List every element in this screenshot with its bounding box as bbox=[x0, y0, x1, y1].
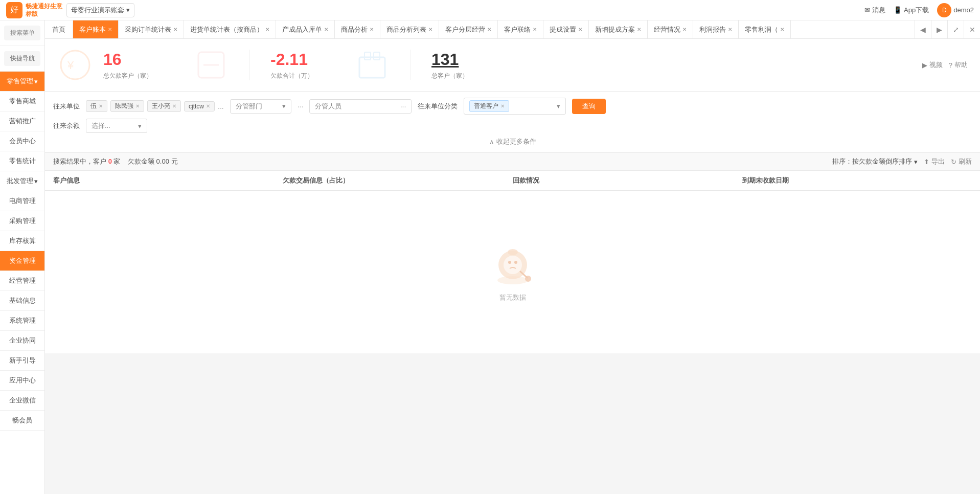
refresh-btn[interactable]: ↻ 刷新 bbox=[951, 157, 972, 166]
message-btn[interactable]: ✉ 消息 bbox=[864, 6, 885, 15]
store-selector[interactable]: 母婴行业演示账套 ▾ bbox=[66, 3, 134, 17]
sort-select[interactable]: 排序：按欠款金额倒序排序 ▾ bbox=[832, 157, 918, 166]
tab-close-icon[interactable]: ✕ bbox=[682, 27, 687, 32]
tab-purchase-order-stats[interactable]: 采购订单统计表 ✕ bbox=[119, 20, 184, 39]
stats-icon-3 bbox=[354, 47, 390, 83]
collapse-filter-btn[interactable]: ∧ 收起更多条件 bbox=[53, 137, 972, 146]
sidebar-item-basic-info[interactable]: 基础信息 bbox=[0, 291, 44, 311]
tab-operations-status[interactable]: 经营情况 ✕ bbox=[648, 20, 693, 39]
user-avatar-area[interactable]: D demo2 bbox=[937, 3, 974, 17]
help-btn[interactable]: ? 帮助 bbox=[949, 60, 968, 70]
unit-category-label: 往来单位分类 bbox=[418, 102, 458, 111]
results-bar: 搜索结果中，客户 0 家 欠款金额 0.00 元 排序：按欠款金额倒序排序 ▾ … bbox=[45, 153, 980, 171]
tab-close-all-btn[interactable]: ✕ bbox=[964, 20, 980, 39]
quick-nav-button[interactable]: 快捷导航 bbox=[4, 51, 40, 66]
tab-customer-contact[interactable]: 客户联络 ✕ bbox=[498, 20, 543, 39]
sidebar-item-newbie-guide[interactable]: 新手引导 bbox=[0, 351, 44, 371]
page-content: ¥ 16 总欠款客户（家） -2.11 欠款合计（万） bbox=[45, 39, 980, 494]
export-btn[interactable]: ⬆ 导出 bbox=[924, 157, 945, 166]
tab-close-icon[interactable]: ✕ bbox=[370, 27, 374, 32]
sidebar-item-system-mgmt[interactable]: 系统管理 bbox=[0, 311, 44, 331]
stat-total-credit-customers: 16 总欠款客户（家） bbox=[103, 50, 173, 80]
tab-profit-report[interactable]: 利润报告 ✕ bbox=[693, 20, 739, 39]
tab-close-icon[interactable]: ✕ bbox=[108, 27, 112, 32]
tab-product-analysis[interactable]: 商品分析 ✕ bbox=[335, 20, 380, 39]
tab-product-inbound[interactable]: 产成品入库单 ✕ bbox=[276, 20, 335, 39]
sidebar-item-retail-mgmt[interactable]: 零售管理 ▾ bbox=[0, 72, 44, 92]
sidebar-item-batch-mgmt[interactable]: 批发管理 ▾ bbox=[0, 171, 44, 191]
tab-close-icon[interactable]: ✕ bbox=[637, 27, 641, 32]
balance-select[interactable]: 选择... ▾ bbox=[86, 119, 147, 133]
tab-close-icon[interactable]: ✕ bbox=[578, 27, 582, 32]
sidebar-item-enterprise-wechat[interactable]: 企业微信 bbox=[0, 391, 44, 411]
svg-point-11 bbox=[514, 261, 517, 264]
tab-scroll-right-btn[interactable]: ▶ bbox=[931, 20, 947, 39]
unit-category-select[interactable]: 普通客户 ✕ ▾ bbox=[464, 98, 566, 115]
tag-close-icon[interactable]: ✕ bbox=[135, 103, 140, 109]
filter-tag-cjttcw[interactable]: cjttcw ✕ bbox=[184, 101, 215, 111]
filter-row-1: 往来单位 伍 ✕ 陈民强 ✕ 王小亮 ✕ bbox=[53, 98, 972, 115]
chevron-down-icon: ▾ bbox=[914, 158, 918, 166]
tag-close-icon[interactable]: ✕ bbox=[500, 103, 505, 109]
sidebar-item-inventory[interactable]: 库存核算 bbox=[0, 231, 44, 251]
tag-close-icon[interactable]: ✕ bbox=[172, 103, 176, 109]
svg-text:¥: ¥ bbox=[67, 59, 74, 72]
tab-close-icon[interactable]: ✕ bbox=[487, 27, 491, 32]
query-button[interactable]: 查询 bbox=[572, 99, 606, 114]
tab-new-commission[interactable]: 新增提成方案 ✕ bbox=[589, 20, 648, 39]
tab-close-icon[interactable]: ✕ bbox=[533, 27, 537, 32]
video-btn[interactable]: ▶ 视频 bbox=[922, 60, 943, 70]
search-menu-button[interactable]: 搜索菜单 bbox=[4, 26, 40, 40]
sidebar-item-operations[interactable]: 经营管理 bbox=[0, 271, 44, 291]
dept-clear-icon[interactable]: ··· bbox=[298, 102, 304, 110]
tab-inbound-stats[interactable]: 进货单统计表（按商品） ✕ bbox=[184, 20, 276, 39]
tab-close-icon[interactable]: ✕ bbox=[728, 27, 732, 32]
filter-area: 往来单位 伍 ✕ 陈民强 ✕ 王小亮 ✕ bbox=[45, 92, 980, 153]
dept-filter-select[interactable]: 分管部门 ▾ bbox=[230, 99, 291, 114]
sidebar-item-member-center[interactable]: 会员中心 bbox=[0, 131, 44, 151]
sidebar-item-ecommerce[interactable]: 电商管理 bbox=[0, 191, 44, 211]
person-clear-icon[interactable]: ··· bbox=[400, 102, 406, 110]
sidebar-item-enterprise-coop[interactable]: 企业协同 bbox=[0, 331, 44, 351]
sidebar-item-app-center[interactable]: 应用中心 bbox=[0, 371, 44, 391]
category-tag-normal[interactable]: 普通客户 ✕ bbox=[469, 100, 509, 112]
tab-product-analysis-list[interactable]: 商品分析列表 ✕ bbox=[380, 20, 439, 39]
tab-customer-segment[interactable]: 客户分层经营 ✕ bbox=[439, 20, 498, 39]
sidebar-item-retail-mall[interactable]: 零售商城 bbox=[0, 92, 44, 111]
tab-customer-book[interactable]: 客户账本 ✕ bbox=[73, 20, 119, 39]
filter-tag-wu[interactable]: 伍 ✕ bbox=[86, 100, 107, 112]
tab-close-icon[interactable]: ✕ bbox=[324, 27, 328, 32]
export-icon: ⬆ bbox=[924, 158, 929, 166]
sidebar-item-vip-member[interactable]: 畅会员 bbox=[0, 411, 44, 431]
help-icon: ? bbox=[949, 61, 952, 69]
sidebar-item-purchase-mgmt[interactable]: 采购管理 bbox=[0, 211, 44, 231]
tab-scroll-left-btn[interactable]: ◀ bbox=[915, 20, 931, 39]
logo-icon: 好 bbox=[6, 2, 22, 18]
tag-close-icon[interactable]: ✕ bbox=[99, 103, 103, 109]
app-download-btn[interactable]: 📱 App下载 bbox=[894, 6, 929, 15]
filter-tag-chen[interactable]: 陈民强 ✕ bbox=[110, 100, 144, 112]
results-actions: 排序：按欠款金额倒序排序 ▾ ⬆ 导出 ↻ 刷新 bbox=[832, 157, 972, 166]
sidebar-item-marketing[interactable]: 营销推广 bbox=[0, 111, 44, 131]
stats-icon-1: ¥ bbox=[57, 47, 93, 83]
filter-tag-wang[interactable]: 王小亮 ✕ bbox=[147, 100, 181, 112]
tab-close-icon[interactable]: ✕ bbox=[428, 27, 432, 32]
tab-maximize-btn[interactable]: ⤢ bbox=[947, 20, 964, 39]
tag-close-icon[interactable]: ✕ bbox=[206, 103, 210, 109]
tab-close-icon[interactable]: ✕ bbox=[780, 27, 784, 32]
tab-commission-settings[interactable]: 提成设置 ✕ bbox=[543, 20, 589, 39]
person-filter-input[interactable]: 分管人员 ··· bbox=[309, 99, 412, 114]
tab-home[interactable]: 首页 bbox=[45, 20, 73, 39]
sidebar-item-capital-mgmt[interactable]: 资金管理 bbox=[0, 251, 44, 271]
svg-rect-5 bbox=[364, 52, 371, 60]
filter-more-btn[interactable]: ... bbox=[218, 102, 224, 110]
logo-area: 好 畅捷通好生意 标版 bbox=[6, 2, 62, 18]
chevron-icon: ▾ bbox=[34, 78, 38, 85]
tab-close-icon[interactable]: ✕ bbox=[265, 27, 269, 32]
quick-nav-area: 快捷导航 bbox=[0, 46, 44, 72]
sidebar-item-retail-stats[interactable]: 零售统计 bbox=[0, 151, 44, 171]
tab-close-icon[interactable]: ✕ bbox=[173, 27, 177, 32]
col-repayment: 回款情况 bbox=[513, 176, 742, 185]
table-header: 客户信息 欠款交易信息（占比） 回款情况 到期未收款日期 bbox=[45, 171, 980, 191]
tab-retail-profit[interactable]: 零售利润（ ✕ bbox=[739, 20, 791, 39]
